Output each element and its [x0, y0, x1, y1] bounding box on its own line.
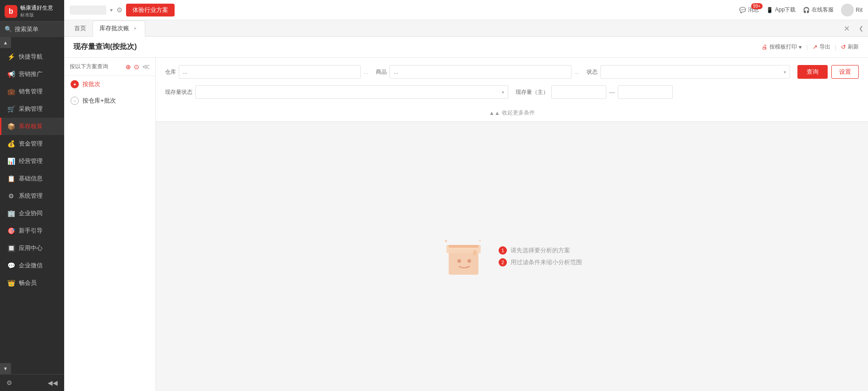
warehouse-more-icon[interactable]: …: [363, 69, 368, 75]
user-profile-action[interactable]: Rit: [841, 4, 863, 16]
sidebar-item-wxwork[interactable]: 💬 企业微信: [0, 257, 64, 274]
sidebar-item-purchase[interactable]: 🛒 采购管理: [0, 100, 64, 118]
separator1: |: [806, 43, 808, 50]
stock-amount-min-input[interactable]: [551, 85, 606, 99]
settings-button[interactable]: 设置: [831, 65, 859, 79]
scheme-settings-icon[interactable]: ⊙: [134, 63, 139, 71]
sidebar-scroll-up[interactable]: ▲: [0, 37, 11, 48]
status-select-arrow-icon: ▾: [784, 70, 786, 75]
stock-status-select[interactable]: ▾: [195, 85, 508, 99]
sidebar-item-members[interactable]: 👑 畅会员: [0, 274, 64, 292]
right-panel: 仓库 … 商品 … 状态: [156, 58, 868, 391]
sidebar-item-basics[interactable]: 📋 基础信息: [0, 170, 64, 187]
tabbar-collapse-icon[interactable]: ❮: [859, 25, 863, 32]
sidebar-item-basics-label: 基础信息: [19, 174, 43, 183]
tabbar-window-close-icon[interactable]: ✕: [844, 24, 850, 33]
topbar-gear-icon[interactable]: ⚙: [116, 6, 122, 14]
sidebar-item-inventory[interactable]: 📦 库存核算: [0, 118, 64, 135]
sidebar-item-enterprise[interactable]: 🏢 企业协同: [0, 205, 64, 222]
inventory-icon: 📦: [7, 122, 15, 130]
print-button[interactable]: 🖨 按模板打印 ▾: [762, 43, 802, 51]
scheme-batch-icon: ✦: [71, 80, 79, 88]
sidebar: b 畅康通好生意 标准版 🔍 搜索菜单 ▲ ⚡ 快捷导航 📢 营销推广 💼 销售…: [0, 0, 64, 391]
messages-action[interactable]: 💬 消息 99+: [739, 6, 759, 14]
sidebar-scroll-down[interactable]: ▼: [0, 363, 11, 374]
page-content-inner: 现存量查询(按批次) 🖨 按模板打印 ▾ | ↗ 导出 | ↺: [64, 37, 868, 391]
sidebar-item-newbie-label: 新手引导: [19, 227, 43, 235]
svg-rect-2: [449, 245, 478, 248]
panel-collapse-icon[interactable]: ≪: [142, 62, 150, 71]
sidebar-item-newbie[interactable]: 🎯 新手引导: [0, 222, 64, 239]
settings-bottom-icon[interactable]: ⚙: [6, 379, 12, 386]
svg-text:✦: ✦: [478, 239, 482, 243]
filter-row-2: 现存量状态 ▾ 现存量（主） —: [165, 85, 859, 99]
export-button[interactable]: ↗ 导出: [813, 43, 830, 51]
sidebar-item-appstore[interactable]: 🔲 应用中心: [0, 239, 64, 257]
basics-icon: 📋: [7, 174, 15, 183]
tip-num-1: 1: [499, 246, 507, 255]
sidebar-search[interactable]: 🔍 搜索菜单: [0, 22, 64, 37]
app-name: 畅康通好生意: [20, 5, 53, 12]
warehouse-filter-input[interactable]: [179, 65, 361, 79]
page-content: 现存量查询(按批次) 🖨 按模板打印 ▾ | ↗ 导出 | ↺: [64, 37, 868, 391]
empty-tip-1: 1 请先选择要分析的方案: [499, 246, 582, 255]
sidebar-item-finance[interactable]: 💰 资金管理: [0, 135, 64, 152]
tab-home-label: 首页: [74, 24, 86, 33]
refresh-icon: ↺: [841, 43, 846, 50]
filter-row-1: 仓库 … 商品 … 状态: [165, 65, 859, 79]
sidebar-item-inventory-label: 库存核算: [19, 122, 43, 130]
breadcrumb-input[interactable]: [70, 5, 106, 15]
breadcrumb-chevron-icon[interactable]: ▾: [110, 7, 113, 13]
scheme-item-batch[interactable]: ✦ 按批次: [64, 76, 155, 92]
print-chevron-icon[interactable]: ▾: [799, 44, 802, 50]
export-icon: ↗: [813, 43, 818, 50]
product-more-icon[interactable]: …: [574, 69, 579, 75]
sidebar-item-quicknav[interactable]: ⚡ 快捷导航: [0, 48, 64, 65]
sidebar-item-marketing[interactable]: 📢 营销推广: [0, 65, 64, 83]
page-body: 按以下方案查询 ⊕ ⊙ ≪ ✦ 按批次 ○ 按仓库+批次: [64, 58, 868, 391]
online-support-label: 在线客服: [812, 6, 834, 14]
sidebar-item-sales[interactable]: 💼 销售管理: [0, 83, 64, 100]
stock-amount-max-input[interactable]: [618, 85, 673, 99]
sidebar-item-enterprise-label: 企业协同: [19, 209, 43, 217]
status-filter-select[interactable]: ▾: [600, 65, 790, 79]
tab-home[interactable]: 首页: [68, 20, 93, 36]
search-icon: 🔍: [5, 26, 12, 33]
members-icon: 👑: [7, 279, 15, 287]
stock-amount-label: 现存量（主）: [516, 88, 549, 96]
svg-point-4: [467, 259, 471, 263]
marketing-icon: 📢: [7, 70, 15, 78]
filter-area: 仓库 … 商品 … 状态: [156, 58, 868, 122]
collapse-up-icon: ▲▲: [489, 110, 500, 116]
product-filter-input[interactable]: [390, 65, 571, 79]
sidebar-item-system[interactable]: ⚙ 系统管理: [0, 187, 64, 205]
warehouse-filter-label: 仓库: [165, 68, 176, 76]
sidebar-collapse-icon[interactable]: ◀◀: [48, 379, 58, 386]
scheme-item-warehouse-batch[interactable]: ○ 按仓库+批次: [64, 92, 155, 109]
stock-status-arrow-icon: ▾: [502, 90, 504, 95]
left-panel-header: 按以下方案查询 ⊕ ⊙ ≪: [64, 58, 155, 76]
operation-icon: 📊: [7, 157, 15, 165]
messages-badge: 99+: [751, 3, 763, 9]
empty-state: ✦ ✦ 1 请先选择要分析的方案 2 用过滤条件来缩小分析范围: [156, 122, 868, 391]
sidebar-item-operation[interactable]: 📊 经营管理: [0, 152, 64, 170]
add-scheme-icon[interactable]: ⊕: [126, 63, 131, 71]
scheme-warehouse-batch-icon: ○: [71, 97, 79, 105]
tip-num-2: 2: [499, 258, 507, 266]
refresh-button[interactable]: ↺ 刷新: [841, 43, 859, 51]
svg-point-5: [473, 250, 477, 255]
appstore-icon: 🔲: [7, 244, 15, 252]
product-filter-label: 商品: [376, 68, 387, 76]
sidebar-item-purchase-label: 采购管理: [19, 105, 43, 113]
finance-icon: 💰: [7, 140, 15, 148]
quicknav-icon: ⚡: [7, 53, 15, 61]
query-button[interactable]: 查询: [797, 65, 828, 79]
trial-industry-button[interactable]: 体验行业方案: [126, 4, 175, 16]
app-download-action[interactable]: 📱 App下载: [766, 6, 796, 14]
main-area: ▾ ⚙ 体验行业方案 💬 消息 99+ 📱 App下载 🎧 在线客服 Rit: [64, 0, 868, 391]
app-logo-icon: b: [5, 5, 17, 18]
collapse-more-button[interactable]: ▲▲ 收起更多条件: [165, 105, 859, 121]
tab-close-icon[interactable]: ×: [132, 25, 138, 32]
online-support-action[interactable]: 🎧 在线客服: [803, 6, 834, 14]
tab-inventory-batch[interactable]: 库存批次账 ×: [93, 21, 145, 37]
